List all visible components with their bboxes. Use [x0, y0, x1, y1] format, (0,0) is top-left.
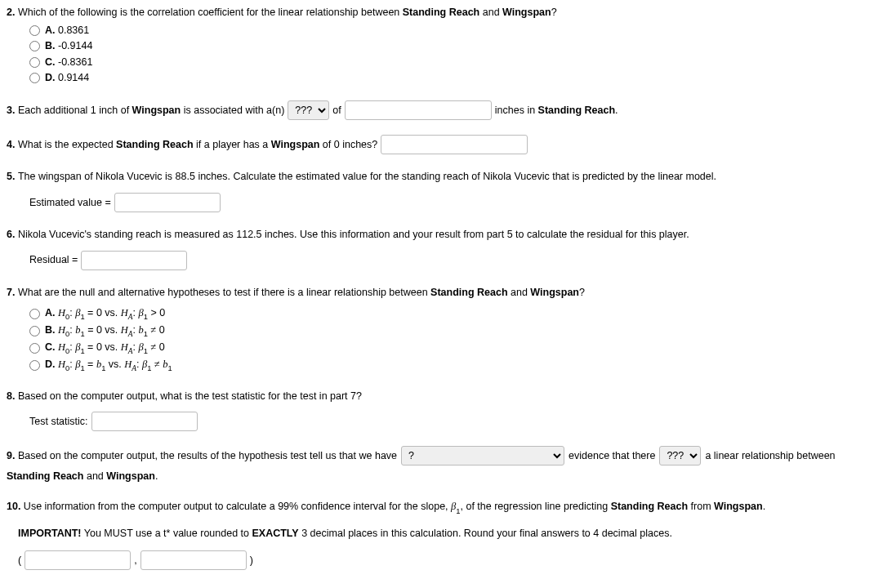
q10-rparen: ): [250, 553, 253, 568]
q9-select-relationship[interactable]: ???: [659, 446, 701, 466]
q4-input[interactable]: [381, 135, 528, 154]
q7-radio-a[interactable]: [29, 309, 40, 319]
q3-input-amount[interactable]: [345, 100, 492, 120]
q6-text: 6. Nikola Vucevic's standing reach is me…: [7, 227, 867, 243]
q6-label: Residual =: [29, 252, 78, 268]
q7-option-a[interactable]: A. H0: β1 = 0 vs. HA: β1 > 0: [29, 305, 867, 323]
q10-text: 10. Use information from the computer ou…: [7, 499, 867, 516]
question-8: 8. Based on the computer output, what is…: [7, 389, 867, 432]
question-4: 4. What is the expected Standing Reach i…: [7, 135, 867, 154]
q7-option-b[interactable]: B. H0: b1 = 0 vs. HA: b1 ≠ 0: [29, 323, 867, 340]
q2-radio-d[interactable]: [29, 73, 40, 83]
q10-lparen: (: [18, 553, 21, 568]
q2-options: A. 0.8361 B. -0.9144 C. -0.8361 D. 0.914…: [29, 23, 867, 87]
q3-select-direction[interactable]: ???: [288, 100, 329, 120]
q2-option-a[interactable]: A. 0.8361: [29, 23, 867, 38]
q10-comma: ,: [134, 553, 136, 568]
question-7: 7. What are the null and alternative hyp…: [7, 285, 867, 374]
q7-text: 7. What are the null and alternative hyp…: [7, 285, 867, 301]
q6-answer-row: Residual =: [29, 251, 867, 270]
question-9: 9. Based on the computer output, the res…: [7, 446, 867, 484]
q10-interval-row: ( , ): [18, 550, 867, 570]
q8-input[interactable]: [91, 412, 198, 431]
q2-text: 2. Which of the following is the correla…: [7, 5, 867, 20]
q5-text: 5. The wingspan of Nikola Vucevic is 88.…: [7, 169, 867, 185]
q2-option-b[interactable]: B. -0.9144: [29, 38, 867, 54]
question-10: 10. Use information from the computer ou…: [7, 499, 867, 570]
q2-radio-c[interactable]: [29, 57, 40, 68]
q10-input-upper[interactable]: [140, 550, 247, 570]
q2-radio-b[interactable]: [29, 41, 40, 51]
q7-option-c[interactable]: C. H0: β1 = 0 vs. HA: β1 ≠ 0: [29, 340, 867, 357]
question-5: 5. The wingspan of Nikola Vucevic is 88.…: [7, 169, 867, 212]
q7-radio-d[interactable]: [29, 360, 40, 371]
q7-option-d[interactable]: D. H0: β1 = b1 vs. HA: β1 ≠ b1: [29, 357, 867, 374]
q5-label: Estimated value =: [29, 195, 111, 211]
q6-input[interactable]: [81, 251, 187, 270]
q2-radio-a[interactable]: [29, 25, 40, 36]
q7-radio-b[interactable]: [29, 326, 40, 336]
q2-option-c[interactable]: C. -0.8361: [29, 55, 867, 70]
q9-select-evidence[interactable]: ?: [401, 446, 564, 466]
q8-label: Test statistic:: [29, 414, 88, 430]
q7-radio-c[interactable]: [29, 343, 40, 354]
q5-input[interactable]: [114, 193, 221, 212]
q2-option-d[interactable]: D. 0.9144: [29, 70, 867, 86]
q10-input-lower[interactable]: [25, 550, 131, 570]
q5-answer-row: Estimated value =: [29, 193, 867, 212]
q8-text: 8. Based on the computer output, what is…: [7, 389, 867, 404]
q7-options: A. H0: β1 = 0 vs. HA: β1 > 0 B. H0: b1 =…: [29, 305, 867, 374]
q10-important: IMPORTANT! You MUST use a t* value round…: [18, 526, 867, 541]
question-2: 2. Which of the following is the correla…: [7, 5, 867, 86]
q8-answer-row: Test statistic:: [29, 412, 867, 431]
question-6: 6. Nikola Vucevic's standing reach is me…: [7, 227, 867, 270]
question-3: 3. Each additional 1 inch of Wingspan is…: [7, 100, 867, 120]
